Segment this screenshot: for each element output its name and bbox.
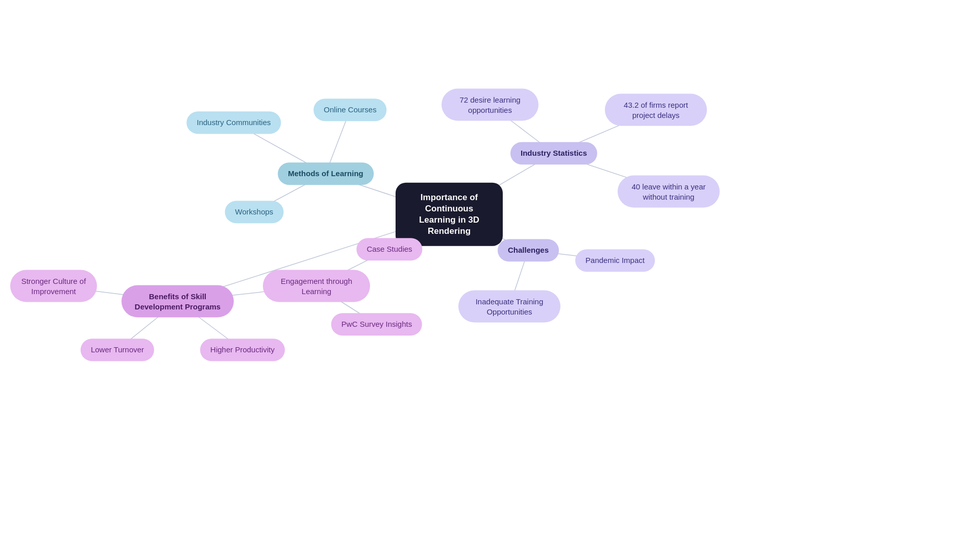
node-online-courses[interactable]: Online Courses <box>313 99 386 121</box>
node-pwc-survey[interactable]: PwC Survey Insights <box>331 313 422 335</box>
node-inadequate-training[interactable]: Inadequate Training Opportunities <box>458 291 560 323</box>
node-desire-learning[interactable]: 72 desire learning opportunities <box>442 89 538 121</box>
node-firms-project-delays[interactable]: 43.2 of firms report project delays <box>605 94 707 126</box>
node-workshops[interactable]: Workshops <box>225 201 284 223</box>
node-engagement[interactable]: Engagement through Learning <box>263 270 370 302</box>
center-node[interactable]: Importance of Continuous Learning in 3D … <box>396 183 503 246</box>
node-challenges[interactable]: Challenges <box>498 239 559 261</box>
node-benefits[interactable]: Benefits of Skill Development Programs <box>121 285 234 318</box>
mind-map: Importance of Continuous Learning in 3D … <box>0 0 980 553</box>
node-lower-turnover[interactable]: Lower Turnover <box>81 339 154 361</box>
node-leave-without-training[interactable]: 40 leave within a year without training <box>618 176 720 208</box>
connections-svg <box>0 0 980 553</box>
node-methods[interactable]: Methods of Learning <box>278 162 374 185</box>
node-higher-productivity[interactable]: Higher Productivity <box>200 339 285 361</box>
node-case-studies[interactable]: Case Studies <box>356 238 422 260</box>
node-pandemic-impact[interactable]: Pandemic Impact <box>575 249 655 272</box>
node-stronger-culture[interactable]: Stronger Culture of Improvement <box>10 270 97 302</box>
node-industry-communities[interactable]: Industry Communities <box>186 111 281 134</box>
node-industry-stats[interactable]: Industry Statistics <box>510 142 597 164</box>
